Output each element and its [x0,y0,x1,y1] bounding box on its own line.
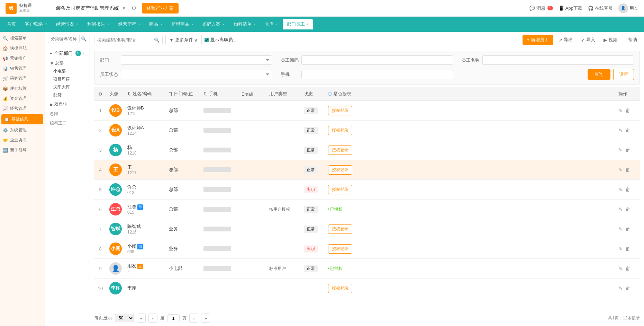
col-dept-pos[interactable]: ⇅ 部门/职位 [166,87,201,101]
edit-icon[interactable]: ✎ [618,285,623,291]
col-name-code[interactable]: ⇅ 姓名/编码 [125,87,166,101]
tab-add-goods[interactable]: 新增商品 × [167,19,198,29]
dept-item-dispatch[interactable]: 配货 [48,91,87,99]
edit-icon[interactable]: ✎ [618,187,623,192]
dept-item-shenyang[interactable]: 沈阳大库 [48,83,87,91]
tab-bom[interactable]: 物料清单 × [229,19,260,29]
emp-status-select[interactable] [121,70,272,79]
gear-icon[interactable]: ⚙ [131,5,136,11]
delete-icon[interactable]: 🗑 [625,108,630,113]
edit-dept-icon[interactable]: ✎ [75,51,81,56]
delete-icon[interactable]: 🗑 [625,206,630,212]
dept-filter-select[interactable] [121,55,272,65]
auth-login-button[interactable]: 授权登录 [328,126,352,135]
nav-operation[interactable]: 📈 经营管理 [0,104,45,114]
col-phone[interactable]: ⇅ 手机 [201,87,239,101]
dept-item-xiaodian[interactable]: 小电部 [48,67,87,75]
page-number-input[interactable] [167,314,180,322]
close-icon[interactable]: × [160,23,162,26]
delete-icon[interactable]: 🗑 [625,147,630,153]
nav-system[interactable]: ⚙️ 系统管理 [0,125,45,135]
delete-icon[interactable]: 🗑 [625,127,630,133]
all-dept-item[interactable]: ▪▪ 全部部门 ✎ « [48,49,87,58]
user-menu[interactable]: 👤 用友 [618,3,638,13]
dept-item-project[interactable]: 项目库房 [48,75,87,83]
close-icon[interactable]: × [45,23,47,26]
tab-barcode[interactable]: 条码方案 × [198,19,229,29]
query-button[interactable]: 查询 [588,69,610,80]
sidebar-search-button[interactable]: 🔍 [81,36,87,42]
close-icon[interactable]: × [254,23,256,26]
tab-warehouse[interactable]: 仓库 × [261,19,282,29]
first-page-btn[interactable]: « [137,314,146,323]
dept-zongbu-label[interactable]: 总部 [48,110,87,118]
delete-icon[interactable]: 🗑 [625,246,630,252]
nav-marketing[interactable]: 📢 营销推广 [0,53,45,63]
auth-login-button[interactable]: 授权登录 [328,185,352,194]
dept-group-label[interactable]: ▼ 总部 [48,59,87,67]
delete-icon[interactable]: 🗑 [625,187,630,192]
show-resigned-input[interactable] [205,38,209,42]
edit-icon[interactable]: ✎ [618,108,623,113]
nav-cooperation[interactable]: 🤝 企业协同 [0,135,45,145]
close-icon[interactable]: × [107,23,109,26]
edit-icon[interactable]: ✎ [618,127,623,133]
help-button[interactable]: | 帮助 [623,35,640,45]
tab-home[interactable]: 首页 [3,19,20,29]
emp-name-input[interactable] [482,55,634,65]
dropdown-arrow-icon[interactable]: ▼ [122,6,126,11]
view-button[interactable]: ▶ 视频 [601,35,620,45]
prev-page-btn[interactable]: ‹ [148,314,157,323]
reset-button[interactable]: 设置 [613,69,634,80]
close-icon[interactable]: × [191,23,193,26]
nav-purchase[interactable]: 🛒 采购管理 [0,73,45,83]
auth-login-button[interactable]: 授权登录 [328,106,352,115]
tab-goods[interactable]: 商品 × [145,19,166,29]
sidebar-search-input[interactable] [48,35,80,43]
emp-code-input[interactable] [301,55,453,65]
app-download-button[interactable]: 📱 App下载 [559,5,582,11]
nav-search[interactable]: 🔍 搜索菜单 [0,33,45,43]
tab-journey[interactable]: 经营历程 × [114,19,145,29]
collapse-sidebar-btn[interactable]: « [82,51,85,56]
col-settings[interactable]: ⚙ [94,87,107,101]
online-service-button[interactable]: 🎧 在线客服 [588,5,613,11]
auth-login-button[interactable]: 授权登录 [328,284,352,293]
close-icon[interactable]: × [76,23,78,26]
nav-inventory[interactable]: 📦 库存核算 [0,83,45,94]
dept-plant-label[interactable]: 植树王二 [48,119,87,127]
tab-employees[interactable]: 部门员工 × [283,19,313,29]
phone-input[interactable] [301,70,453,79]
delete-icon[interactable]: 🗑 [625,226,630,232]
nav-basic-info[interactable]: 📋 基础信息 [1,114,43,124]
next-page-btn[interactable]: › [189,314,198,323]
message-button[interactable]: 💬 消息 5 [529,5,553,11]
tab-business[interactable]: 经营情况 × [52,19,82,29]
auth-login-button[interactable]: 授权登录 [328,146,352,155]
auth-login-button[interactable]: 授权登录 [328,224,352,234]
import-button[interactable]: ↙ 导入 [578,35,598,45]
edit-icon[interactable]: ✎ [618,167,623,173]
dept-shuanglu-label[interactable]: ▶ 双鹿想 [48,100,87,108]
edit-icon[interactable]: ✎ [618,226,623,232]
nav-quick-nav[interactable]: 🏠 快捷导航 [0,43,45,53]
search-input[interactable] [97,37,153,43]
more-filter-button[interactable]: ▼ 更多条件 ∧ [165,35,202,45]
edit-icon[interactable]: ✎ [618,266,623,271]
close-icon[interactable]: × [307,23,309,26]
export-button[interactable]: ↗ 导出 [556,35,575,45]
trial-button[interactable]: 体验行业方案 [142,3,179,14]
edit-icon[interactable]: ✎ [618,246,623,252]
add-employee-button[interactable]: + 新增员工 [523,35,553,45]
nav-finance[interactable]: 💰 资金管理 [0,94,45,104]
close-icon[interactable]: × [276,23,278,26]
close-icon[interactable]: × [223,23,225,26]
delete-icon[interactable]: 🗑 [625,266,630,271]
last-page-btn[interactable]: » [201,314,210,323]
delete-icon[interactable]: 🗑 [625,167,630,173]
tab-profit[interactable]: 利润报告 × [83,19,114,29]
show-resigned-checkbox[interactable]: 显示离职员工 [205,37,237,43]
auth-login-button[interactable]: 授权登录 [328,244,352,254]
nav-guide[interactable]: 🆕 新手引导 [0,145,45,155]
delete-icon[interactable]: 🗑 [625,285,630,291]
